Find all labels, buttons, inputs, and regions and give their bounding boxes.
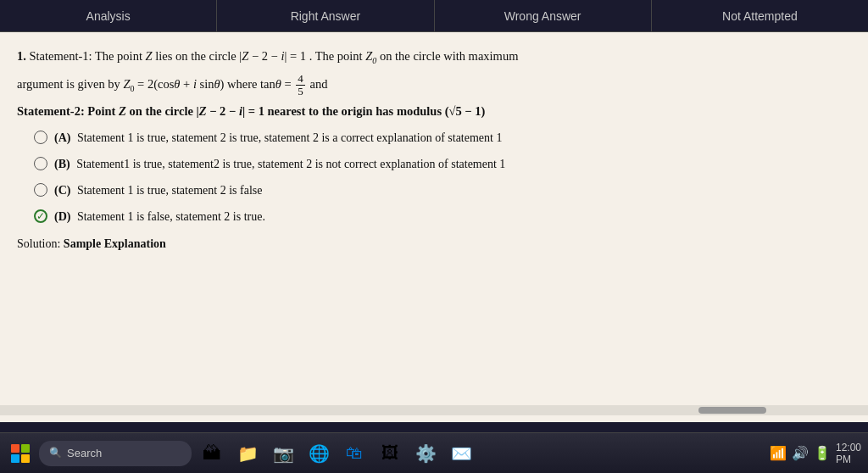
option-D[interactable]: ✓ (D) Statement 1 is false, statement 2 … xyxy=(34,208,851,225)
content-area: 1. Statement-1: The point Z lies on the … xyxy=(0,32,868,422)
store-icon: 🛍 xyxy=(346,443,363,463)
scroll-area[interactable] xyxy=(0,405,868,415)
option-C[interactable]: (C) Statement 1 is true, statement 2 is … xyxy=(34,181,851,199)
taskbar-app-camera[interactable]: 📷 xyxy=(268,438,298,469)
taskbar-app-mountains[interactable]: 🏔 xyxy=(197,438,227,469)
statement-1-line1: 1. Statement-1: The point Z lies on the … xyxy=(17,46,851,68)
start-button[interactable] xyxy=(7,440,34,467)
tray-icons: 📶 🔊 🔋 12:00PM xyxy=(770,442,861,465)
clock: 12:00PM xyxy=(836,442,861,465)
windows-logo-icon xyxy=(11,444,30,463)
taskbar-app-folder[interactable]: 📁 xyxy=(232,438,263,469)
search-icon: 🔍 xyxy=(49,447,62,459)
edge-icon: 🌐 xyxy=(309,443,330,464)
taskbar-app-photos[interactable]: 🖼 xyxy=(375,438,405,469)
battery-icon: 🔋 xyxy=(814,445,831,461)
folder-icon: 📁 xyxy=(237,443,259,464)
options-list: (A) Statement 1 is true, statement 2 is … xyxy=(34,129,851,225)
option-A[interactable]: (A) Statement 1 is true, statement 2 is … xyxy=(34,129,851,147)
tab-wrong-answer[interactable]: Wrong Answer xyxy=(435,0,652,31)
statement-1-line2: argument is given by Z0 = 2(cosθ + i sin… xyxy=(17,73,851,98)
top-navigation: Analysis Right Answer Wrong Answer Not A… xyxy=(0,0,868,32)
question-number: 1. xyxy=(17,49,26,63)
photos-icon: 🖼 xyxy=(381,443,398,463)
taskbar-app-mail[interactable]: ✉️ xyxy=(446,438,476,469)
radio-C[interactable] xyxy=(34,183,47,197)
camera-icon: 📷 xyxy=(273,443,294,464)
taskbar: 🔍 Search 🏔 📁 📷 🌐 🛍 🖼 ⚙️ ✉️ 📶 🔊 🔋 12:00PM xyxy=(0,432,868,473)
taskbar-app-edge[interactable]: 🌐 xyxy=(303,438,334,469)
system-tray: 📶 🔊 🔋 12:00PM xyxy=(770,442,861,465)
taskbar-app-settings[interactable]: ⚙️ xyxy=(410,438,441,469)
settings-icon: ⚙️ xyxy=(415,443,437,464)
search-label: Search xyxy=(67,447,102,459)
taskbar-search[interactable]: 🔍 Search xyxy=(39,441,192,466)
tab-analysis[interactable]: Analysis xyxy=(0,0,217,31)
network-icon: 📶 xyxy=(770,445,787,461)
mail-icon: ✉️ xyxy=(451,443,472,464)
radio-B[interactable] xyxy=(34,157,47,170)
radio-D-checked[interactable]: ✓ xyxy=(34,209,47,223)
option-B[interactable]: (B) Statement1 is true, statement2 is tr… xyxy=(34,155,851,173)
radio-A[interactable] xyxy=(34,131,47,144)
taskbar-app-store[interactable]: 🛍 xyxy=(339,438,370,469)
fraction-4-5: 4 5 xyxy=(296,73,305,98)
mountains-icon: 🏔 xyxy=(203,442,221,465)
volume-icon: 🔊 xyxy=(792,445,809,461)
solution-line: Solution: Sample Explanation xyxy=(17,237,851,251)
tab-not-attempted[interactable]: Not Attempted xyxy=(652,0,868,31)
scroll-thumb[interactable] xyxy=(698,407,766,414)
tab-right-answer[interactable]: Right Answer xyxy=(217,0,434,31)
var-z0: Z0 xyxy=(365,49,376,63)
statement-2: Statement-2: Point Z on the circle |Z − … xyxy=(17,104,851,119)
var-z: Z xyxy=(146,49,153,63)
